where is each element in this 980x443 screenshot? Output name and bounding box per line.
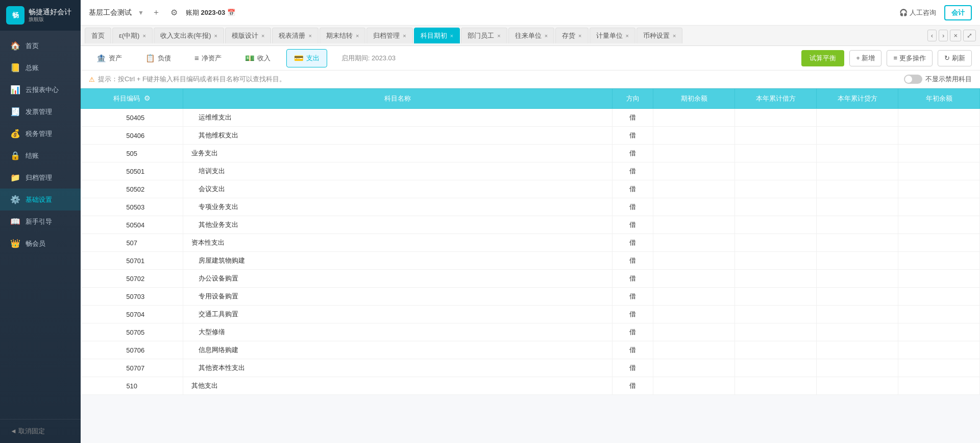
tab-close-icon[interactable]: × — [545, 33, 548, 39]
cell-begin-balance — [898, 323, 980, 341]
tab---[interactable]: 首页 — [85, 28, 111, 43]
tab-----[interactable]: 计量单位× — [590, 28, 635, 43]
main-area: 基层工会测试 ▼ ＋ ⚙ 账期 2023-03 📅 🎧 人工咨询 会计 首页ε(… — [81, 0, 980, 443]
cell-code: 50702 — [81, 270, 183, 288]
tab-close-icon[interactable]: × — [450, 33, 453, 39]
col-header-ytd-debit: 本年累计借方 — [735, 89, 817, 109]
cell-code: 507 — [81, 234, 183, 252]
cell-opening — [653, 306, 735, 323]
invoice-icon: 🧾 — [10, 107, 20, 116]
cell-begin-balance — [898, 270, 980, 288]
cell-code: 50502 — [81, 180, 183, 198]
cell-begin-balance — [898, 180, 980, 198]
col-header-dir: 方向 — [612, 89, 653, 109]
topbar: 基层工会测试 ▼ ＋ ⚙ 账期 2023-03 📅 🎧 人工咨询 会计 — [81, 0, 980, 26]
cell-dir: 借 — [612, 270, 653, 288]
cell-ytd-credit — [817, 270, 898, 288]
cell-code: 50706 — [81, 341, 183, 359]
tab-----[interactable]: 归档管理× — [366, 28, 412, 43]
tab-expand-button[interactable]: ⤢ — [963, 30, 976, 41]
tab------[interactable]: ε(中期)× — [112, 28, 153, 43]
toggle-switch[interactable] — [904, 75, 922, 84]
subtab-equity[interactable]: ≡ 净资产 — [187, 49, 229, 67]
subtab-asset[interactable]: 🏦 资产 — [89, 49, 130, 67]
settings-icon[interactable]: ⚙ — [168, 6, 180, 19]
table-row: 50703 专用设备购置 借 — [81, 288, 980, 306]
cell-ytd-debit — [735, 252, 817, 270]
consult-button[interactable]: 🎧 人工咨询 — [899, 8, 936, 17]
tab-close-icon[interactable]: × — [142, 33, 145, 39]
subtab-income[interactable]: 💵 收入 — [237, 49, 278, 67]
cell-ytd-credit — [817, 109, 898, 127]
cell-ytd-debit — [735, 323, 817, 341]
sidebar-item-reports[interactable]: 📊云报表中心 — [0, 79, 81, 101]
sidebar-item-guide[interactable]: 📖新手引导 — [0, 211, 81, 232]
income-icon: 💵 — [245, 54, 255, 63]
sidebar-item-invoice[interactable]: 🧾发票管理 — [0, 101, 81, 123]
sidebar-label-member: 畅会员 — [26, 239, 45, 248]
workspace-dropdown-icon[interactable]: ▼ — [138, 9, 144, 16]
subtab-liability[interactable]: 📋 负债 — [138, 49, 179, 67]
sidebar-item-archive[interactable]: 📁归档管理 — [0, 167, 81, 189]
tab-close-all-button[interactable]: × — [950, 30, 961, 41]
tab---[interactable]: 存货× — [555, 28, 588, 43]
add-button[interactable]: + 新增 — [849, 50, 881, 66]
sidebar-item-member[interactable]: 👑畅会员 — [0, 232, 81, 254]
table-row: 50704 交通工具购置 借 — [81, 306, 980, 323]
tab-next-button[interactable]: › — [939, 30, 948, 41]
close-icon: 🔒 — [10, 151, 20, 160]
col-settings-icon[interactable]: ⚙ — [144, 94, 151, 102]
tab-close-icon[interactable]: × — [497, 33, 500, 39]
tab-close-icon[interactable]: × — [308, 33, 311, 39]
balance-button[interactable]: 试算平衡 — [801, 50, 844, 66]
subtab-expense[interactable]: 💳 支出 — [286, 49, 327, 67]
tab-----[interactable]: 往来单位× — [508, 28, 554, 43]
refresh-button[interactable]: ↻ 刷新 — [938, 50, 972, 66]
hint-icon: ⚠ — [89, 76, 95, 83]
cell-name: 房屋建筑物购建 — [183, 252, 612, 270]
cell-dir: 借 — [612, 306, 653, 323]
tab----------[interactable]: 收入支出表(年报)× — [154, 28, 224, 43]
cell-name: 专项业务支出 — [183, 198, 612, 216]
sidebar-label-tax: 税务管理 — [26, 129, 52, 138]
sidebar-item-home[interactable]: 🏠首页 — [0, 35, 81, 57]
tab-----[interactable]: 部门员工× — [461, 28, 507, 43]
cell-ytd-credit — [817, 180, 898, 198]
account-button[interactable]: 会计 — [944, 5, 972, 20]
tab-close-icon[interactable]: × — [356, 33, 359, 39]
tab-close-icon[interactable]: × — [403, 33, 406, 39]
tab-----[interactable]: 模版设计× — [225, 28, 271, 43]
tab-label: 收入支出表(年报) — [160, 31, 211, 40]
tab-close-icon[interactable]: × — [261, 33, 264, 39]
tab-close-icon[interactable]: × — [214, 33, 217, 39]
sidebar-item-settings[interactable]: ⚙️基础设置 — [0, 189, 81, 211]
cell-name: 交通工具购置 — [183, 306, 612, 323]
tab-close-icon[interactable]: × — [626, 33, 629, 39]
cell-dir: 借 — [612, 216, 653, 234]
tab-----[interactable]: 科目期初× — [414, 28, 460, 43]
tab-close-icon[interactable]: × — [673, 33, 676, 39]
tab-----[interactable]: 币种设置× — [636, 28, 682, 43]
more-button[interactable]: ≡ 更多操作 — [887, 50, 933, 66]
add-tab-icon[interactable]: ＋ — [150, 5, 162, 20]
cell-name: 资本性支出 — [183, 234, 612, 252]
sidebar-item-ledger[interactable]: 📒总账 — [0, 57, 81, 79]
cell-code: 50703 — [81, 288, 183, 306]
app-logo-text: 畅捷通好会计 旗舰版 — [29, 8, 71, 24]
period-info: 启用期间: 2023.03 — [341, 54, 396, 63]
sidebar-nav: 🏠首页📒总账📊云报表中心🧾发票管理💰税务管理🔒结账📁归档管理⚙️基础设置📖新手引… — [0, 31, 81, 419]
sidebar-item-close[interactable]: 🔒结账 — [0, 145, 81, 167]
tab-----[interactable]: 税表清册× — [272, 28, 318, 43]
table-row: 507 资本性支出 借 — [81, 234, 980, 252]
cell-ytd-credit — [817, 323, 898, 341]
sidebar-cancel-pin[interactable]: ◄ 取消固定 — [0, 419, 81, 443]
tab-prev-button[interactable]: ‹ — [927, 30, 937, 41]
cell-name: 办公设备购置 — [183, 270, 612, 288]
subtab-asset-label: 资产 — [109, 54, 122, 63]
cell-opening — [653, 234, 735, 252]
tab-close-icon[interactable]: × — [578, 33, 581, 39]
tab-----[interactable]: 期末结转× — [320, 28, 365, 43]
sidebar-item-tax[interactable]: 💰税务管理 — [0, 123, 81, 145]
member-icon: 👑 — [10, 239, 20, 248]
cell-ytd-debit — [735, 145, 817, 162]
